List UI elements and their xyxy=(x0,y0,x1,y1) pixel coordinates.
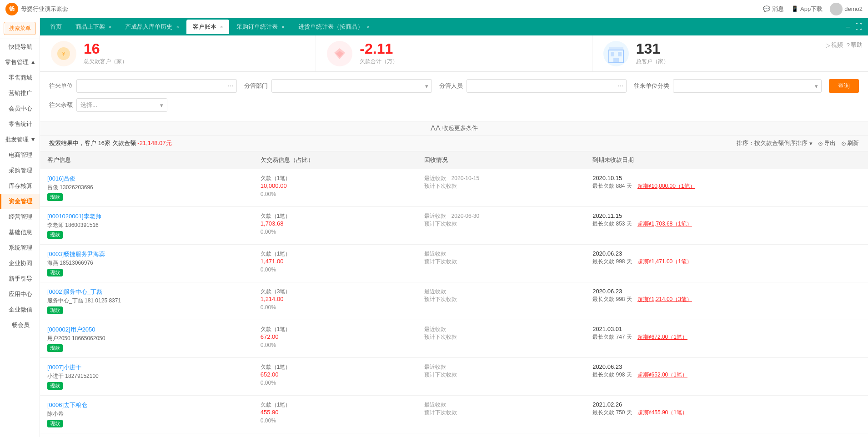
sidebar-item-purchase[interactable]: 采购管理 xyxy=(0,163,40,178)
overdue-amount-link-2[interactable]: 超期¥1,471.00（1笔） xyxy=(637,258,692,265)
tab-bar: 首页 商品上下架 × 产成品入库单历史 × 客户账本 × 采购订单统计表 × xyxy=(40,18,868,35)
sidebar-item-enterprise[interactable]: 企业协同 xyxy=(0,256,40,271)
customer-code-link-2[interactable]: [0003]畅捷服务尹海蕊 xyxy=(47,251,105,257)
sidebar-item-system[interactable]: 系统管理 xyxy=(0,240,40,256)
stat-card-overdue-amount: -2.11 欠款合计（万） xyxy=(316,35,592,71)
latest-label-1: 最近收款 2020-06-30 xyxy=(424,212,578,220)
th-debt-info: 欠交易信息（占比） xyxy=(253,151,417,169)
overdue-days-1: 最长欠款 853 天 超期¥1,703.68（1笔） xyxy=(592,220,861,228)
sidebar-item-basic[interactable]: 基础信息 xyxy=(0,225,40,240)
customer-code-link-0[interactable]: [0016]吕俊 xyxy=(47,175,75,182)
table-row: [0007]小进干 小进干 18279152100 现款 欠款（1笔） 652.… xyxy=(40,358,868,396)
person-dots[interactable]: ··· xyxy=(615,82,626,90)
help-action[interactable]: ? 帮助 xyxy=(847,41,863,49)
tab-close-purchase-order[interactable]: × xyxy=(281,24,284,30)
top-bar-right: 💬 消息 📱 App下载 demo2 xyxy=(763,3,863,15)
unit-class-select[interactable] xyxy=(673,79,822,93)
sidebar-item-wechat[interactable]: 企业微信 xyxy=(0,302,40,317)
cell-customer-info-1: [0001020001]李老师 李老师 18600391516 现款 xyxy=(40,207,253,245)
table-row: [000002]用户2050 用户2050 18665062050 现款 欠款（… xyxy=(40,320,868,358)
debt-percentage-4: 0.00% xyxy=(261,342,410,348)
source-unit-dots[interactable]: ··· xyxy=(225,82,236,90)
page-content: ¥ 16 总欠款客户（家） xyxy=(40,35,868,437)
sidebar-item-quick-nav[interactable]: 快捷导航 xyxy=(0,39,40,55)
cell-due-date-1: 2020.11.15 最长欠款 853 天 超期¥1,703.68（1笔） xyxy=(585,207,868,245)
tab-actions: – ⛶ xyxy=(844,21,864,33)
debt-amount-0: 10,000.00 xyxy=(261,182,410,189)
cell-due-date-2: 2020.06.23 最长欠款 998 天 超期¥1,471.00（1笔） xyxy=(585,245,868,282)
svg-rect-5 xyxy=(611,52,614,56)
balance-dropdown[interactable]: 选择... ▾ xyxy=(76,98,167,112)
sidebar-item-finance[interactable]: 资金管理 xyxy=(0,194,40,209)
app-download-btn[interactable]: 📱 App下载 xyxy=(791,5,823,13)
minimize-btn[interactable]: – xyxy=(844,21,852,33)
next-label-0: 预计下次收款 xyxy=(424,182,578,190)
cell-due-date-0: 2020.10.15 最长欠款 884 天 超期¥10,000.00（1笔） xyxy=(585,169,868,207)
due-date-6: 2021.02.26 xyxy=(592,401,861,408)
sort-select[interactable]: 排序：按欠款金额倒序排序 ▾ xyxy=(737,139,813,147)
overdue-amount-link-6[interactable]: 超期¥455.90（1笔） xyxy=(637,409,687,416)
video-action[interactable]: ▷ 视频 xyxy=(826,41,843,49)
tab-home[interactable]: 首页 xyxy=(44,20,68,34)
customer-code-link-3[interactable]: [0002]服务中心_丁磊 xyxy=(47,288,102,295)
tab-customer-account[interactable]: 客户账本 × xyxy=(186,20,229,34)
next-label-1: 预计下次收款 xyxy=(424,220,578,228)
search-menu-btn[interactable]: 搜索菜单 xyxy=(4,22,36,35)
table-row: [0002]服务中心_丁磊 服务中心_丁磊 181 0125 8371 现款 欠… xyxy=(40,282,868,320)
sidebar-item-marketing[interactable]: 营销推广 xyxy=(0,85,40,101)
overdue-amount-link-0[interactable]: 超期¥10,000.00（1笔） xyxy=(637,183,695,189)
sidebar-item-apps[interactable]: 应用中心 xyxy=(0,286,40,302)
overdue-days-3: 最长欠款 998 天 超期¥1,214.00（3笔） xyxy=(592,296,861,303)
customer-code-link-1[interactable]: [0001020001]李老师 xyxy=(47,213,101,220)
person-input[interactable] xyxy=(467,83,615,90)
source-unit-label: 往来单位 xyxy=(49,82,73,90)
collapse-bar[interactable]: ⋀⋀ 收起更多条件 xyxy=(40,121,868,136)
dept-select[interactable] xyxy=(271,79,432,93)
overdue-amount-link-5[interactable]: 超期¥652.00（1笔） xyxy=(637,372,687,378)
cell-debt-info-3: 欠款（3笔） 1,214.00 0.00% xyxy=(253,282,417,320)
debt-desc-6: 欠款（1笔） xyxy=(261,401,410,409)
tab-close-customer-account[interactable]: × xyxy=(220,24,223,30)
customer-code-link-4[interactable]: [000002]用户2050 xyxy=(47,326,95,333)
sidebar-item-inventory[interactable]: 库存核算 xyxy=(0,178,40,194)
user-area[interactable]: demo2 xyxy=(830,3,863,15)
customer-phone-3: 服务中心_丁磊 181 0125 8371 xyxy=(47,297,246,305)
search-button[interactable]: 查询 xyxy=(829,79,859,93)
tab-purchase-order[interactable]: 采购订单统计表 × xyxy=(230,20,291,34)
tab-close-product-status[interactable]: × xyxy=(109,24,111,30)
overdue-amount-link-1[interactable]: 超期¥1,703.68（1笔） xyxy=(637,221,692,227)
sidebar-item-member[interactable]: 会员中心 xyxy=(0,101,40,116)
sidebar-item-retail-mgmt[interactable]: 零售管理 ▲ xyxy=(0,55,40,70)
source-unit-input[interactable] xyxy=(77,79,225,93)
debt-amount-2: 1,471.00 xyxy=(261,258,410,265)
sidebar-item-retail-stats[interactable]: 零售统计 xyxy=(0,116,40,132)
next-label-5: 预计下次收款 xyxy=(424,371,578,379)
sidebar-item-ecommerce[interactable]: 电商管理 xyxy=(0,147,40,163)
cell-recovery-7: 最近收款 预计下次收款 xyxy=(417,433,585,437)
due-date-2: 2020.06.23 xyxy=(592,250,861,257)
sidebar-item-guide[interactable]: 新手引导 xyxy=(0,271,40,286)
sidebar-item-operations[interactable]: 经营管理 xyxy=(0,209,40,225)
stat-icon-diamond xyxy=(327,41,352,66)
tab-close-purchase-stats[interactable]: × xyxy=(367,24,370,30)
overdue-amount-link-4[interactable]: 超期¥672.00（1笔） xyxy=(637,334,687,340)
messages-btn[interactable]: 💬 消息 xyxy=(763,5,784,13)
sidebar-item-member2[interactable]: 畅会员 xyxy=(0,317,40,333)
export-btn[interactable]: ⊙ 导出 xyxy=(818,139,836,147)
sidebar-item-batch-mgmt[interactable]: 批发管理 ▼ xyxy=(0,132,40,147)
cell-customer-info-0: [0016]吕俊 吕俊 13026203696 现款 xyxy=(40,169,253,207)
overdue-amount-link-3[interactable]: 超期¥1,214.00（3笔） xyxy=(637,296,692,302)
top-bar: 畅 母婴行业演示账套 💬 消息 📱 App下载 demo2 xyxy=(0,0,868,18)
cell-customer-info-3: [0002]服务中心_丁磊 服务中心_丁磊 181 0125 8371 现款 xyxy=(40,282,253,320)
sidebar-item-retail-store[interactable]: 零售商城 xyxy=(0,70,40,85)
tab-product-status[interactable]: 商品上下架 × xyxy=(69,20,118,34)
refresh-btn[interactable]: ⊙ 刷新 xyxy=(841,139,859,147)
tab-purchase-stats[interactable]: 进货单统计表（按商品） × xyxy=(292,20,376,34)
tab-product-history[interactable]: 产成品入库单历史 × xyxy=(119,20,185,34)
customer-code-link-5[interactable]: [0007]小进干 xyxy=(47,364,81,371)
tab-close-product-history[interactable]: × xyxy=(176,24,179,30)
maximize-btn[interactable]: ⛶ xyxy=(853,21,864,33)
customer-code-link-6[interactable]: [0006]去下粮仓 xyxy=(47,402,87,408)
avatar xyxy=(830,3,843,15)
cell-recovery-6: 最近收款 预计下次收款 xyxy=(417,396,585,433)
